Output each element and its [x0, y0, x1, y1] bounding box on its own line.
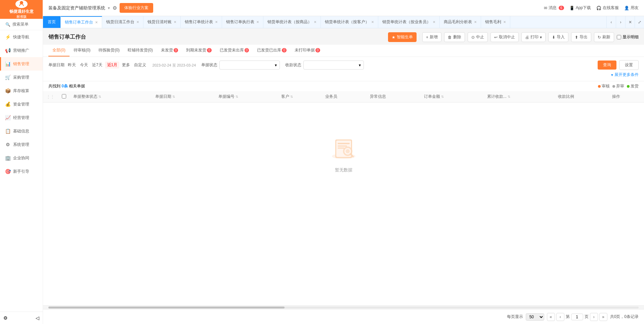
- sort-date[interactable]: 单据日期 ⇅: [155, 94, 212, 99]
- tab-sales-stats-staff[interactable]: 销货单统计表（按业务员） ✕: [378, 16, 440, 28]
- sort-collected[interactable]: 累计收款... ⇅: [487, 94, 551, 99]
- page-last-button[interactable]: »: [599, 313, 607, 321]
- ship-action-button[interactable]: 发货: [627, 83, 639, 89]
- tab-close-cash-reconcile[interactable]: ✕: [174, 20, 176, 24]
- sidebar-item-inventory[interactable]: 📦 库存核算: [0, 84, 43, 97]
- tab-close-sales-workbench[interactable]: ✕: [95, 21, 98, 24]
- th-number: 单据编号 ⇅: [215, 91, 278, 103]
- tab-profit-analysis[interactable]: 商品毛利分析表 ✕: [440, 16, 481, 28]
- new-button[interactable]: + 新增: [422, 32, 441, 42]
- unaudit-action-button[interactable]: 弃审: [612, 83, 624, 89]
- date-option-custom[interactable]: 自定义: [133, 62, 147, 69]
- smart-create-button[interactable]: ★ 智能生单: [388, 32, 417, 42]
- page-first-button[interactable]: «: [547, 313, 555, 321]
- search-button[interactable]: 查询: [598, 60, 616, 70]
- sidebar-item-basic-info[interactable]: 📋 基础信息: [0, 124, 43, 138]
- select-all-checkbox[interactable]: [62, 94, 66, 98]
- settings-button[interactable]: 设置: [619, 60, 639, 70]
- tab-home[interactable]: 首页: [43, 16, 61, 28]
- sidebar-item-sales[interactable]: 📊 销售管理: [0, 57, 43, 71]
- filter-tab-shipped-not-out[interactable]: 已发货未出库0: [216, 45, 253, 56]
- print-button[interactable]: 🖨 打印 ▾: [521, 32, 546, 42]
- filter-tab-pending-review[interactable]: 待审核(0): [70, 45, 95, 56]
- sidebar-item-newbie[interactable]: 🎯 新手引导: [0, 165, 43, 178]
- filter-tab-not-printed[interactable]: 未打印单据0: [291, 45, 324, 56]
- sidebar-item-quick-nav[interactable]: ⚡ 快捷导航: [0, 30, 43, 44]
- audit-action-button[interactable]: 审核: [598, 83, 610, 89]
- tab-sales-workbench[interactable]: 销售订单工作台 ✕: [61, 16, 102, 28]
- filter-tab-shipped-out[interactable]: 已发货已出库0: [253, 45, 291, 56]
- sort-customer[interactable]: 客户 ⇅: [281, 94, 318, 99]
- sidebar-item-marketing[interactable]: 📢 营销推广: [0, 44, 43, 57]
- tab-scroll-left[interactable]: ‹: [606, 16, 616, 28]
- expand-conditions-button[interactable]: ▾ 展开更多条件: [611, 72, 639, 78]
- date-option-yesterday[interactable]: 昨天: [67, 62, 77, 69]
- page-size-select[interactable]: 50 20 100: [526, 313, 544, 321]
- tab-close-profit-analysis[interactable]: ✕: [474, 20, 477, 24]
- status-select[interactable]: ▾: [219, 60, 280, 70]
- refresh-button[interactable]: ↻ 刷新: [594, 32, 614, 42]
- messages-button[interactable]: ✉ 消息 6: [544, 5, 564, 11]
- import-button[interactable]: ⬇ 导入: [548, 32, 568, 42]
- stop-button[interactable]: ⊙ 中止: [468, 32, 488, 42]
- scroll-thumb[interactable]: [48, 307, 285, 309]
- app-download-button[interactable]: 📱 App下载: [569, 5, 591, 11]
- sort-amount[interactable]: 订单金额 ⇅: [424, 94, 480, 99]
- tab-close-sales-stats-staff[interactable]: ✕: [433, 20, 435, 24]
- cancel-stop-button[interactable]: ↩ 取消中止: [490, 32, 519, 42]
- show-detail-toggle[interactable]: 显示明细: [617, 34, 639, 40]
- export-button[interactable]: ⬆ 导出: [571, 32, 591, 42]
- tab-maximize[interactable]: ⤢: [635, 16, 644, 28]
- sidebar-item-search[interactable]: 🔍 搜索菜单: [0, 19, 43, 30]
- page-number-input[interactable]: [571, 314, 583, 320]
- sidebar-item-enterprise[interactable]: 🏢 企业协同: [0, 151, 43, 165]
- sidebar-item-finance[interactable]: 💰 资金管理: [0, 97, 43, 111]
- page-prev-button[interactable]: ‹: [556, 313, 564, 321]
- sidebar-collapse-icon[interactable]: ◁: [36, 315, 39, 321]
- user-menu[interactable]: 👤 用友: [624, 5, 639, 11]
- date-option-1month[interactable]: 近1月: [105, 62, 120, 69]
- date-option-7days[interactable]: 近7天: [91, 62, 104, 69]
- tab-close-sales-stats-product[interactable]: ✕: [314, 20, 316, 24]
- tab-close-sales-execute[interactable]: ✕: [256, 20, 259, 24]
- tab-cash-daily[interactable]: 钱货日清工作台 ✕: [102, 16, 143, 28]
- tab-close-cash-daily[interactable]: ✕: [136, 20, 139, 24]
- tab-cash-reconcile[interactable]: 钱货日清对账 ✕: [143, 16, 181, 28]
- sort-status[interactable]: 单据整体状态 ⇅: [73, 94, 148, 99]
- payment-select[interactable]: ▾: [303, 60, 364, 70]
- topbar-settings-icon[interactable]: ⚙: [113, 5, 117, 11]
- solution-button[interactable]: 体验行业方案: [120, 3, 153, 13]
- tab-scroll-right[interactable]: ›: [616, 16, 625, 28]
- show-detail-checkbox[interactable]: [617, 35, 621, 39]
- filter-tab-not-shipped[interactable]: 未发货0: [157, 45, 182, 56]
- online-service-button[interactable]: 🎧 在线客服: [596, 5, 619, 11]
- filter-tab-pending-inspect[interactable]: 待拣验货(0): [94, 45, 124, 56]
- date-option-today[interactable]: 今天: [79, 62, 89, 69]
- tab-close-sales-stats[interactable]: ✕: [215, 20, 218, 24]
- tab-sales-execute[interactable]: 销售订单执行表 ✕: [222, 16, 263, 28]
- delete-button[interactable]: 🗑 删除: [444, 32, 465, 42]
- tab-sales-stats[interactable]: 销售订单统计表 ✕: [181, 16, 222, 28]
- sidebar-settings-icon[interactable]: ⚙: [3, 315, 8, 321]
- filter-tab-all[interactable]: 全部(0): [48, 45, 70, 56]
- date-option-more[interactable]: 更多: [121, 62, 131, 69]
- sidebar-item-system[interactable]: ⚙ 系统管理: [0, 138, 43, 151]
- sort-number[interactable]: 单据编号 ⇅: [218, 94, 275, 99]
- result-bar: 共找到 0条 相关单据 审核 弃审 发货: [43, 81, 644, 91]
- filter-tab-wangpu[interactable]: 旺铺待发货(0): [124, 45, 157, 56]
- cancel-stop-icon: ↩: [494, 35, 498, 40]
- svg-rect-4: [338, 143, 350, 144]
- page-nav: « ‹ 第 页 › »: [547, 313, 607, 321]
- tab-close-sales-profit[interactable]: ✕: [503, 20, 506, 24]
- tab-sales-stats-product[interactable]: 销货单统计表（按商品） ✕: [263, 16, 321, 28]
- page-next-button[interactable]: ›: [590, 313, 598, 321]
- sidebar-item-purchase[interactable]: 🛒 采购管理: [0, 71, 43, 84]
- page-header: 销售订单工作台 ★ 智能生单 + 新增 🗑 删除 ⊙ 中止: [43, 28, 644, 45]
- sidebar-item-operations[interactable]: 📈 经营管理: [0, 111, 43, 124]
- tab-sales-stats-customer[interactable]: 销货单统计表（按客户） ✕: [321, 16, 378, 28]
- filter-tab-expired-not-shipped[interactable]: 到期未发货0: [182, 45, 216, 56]
- tab-close-sales-stats-customer[interactable]: ✕: [371, 20, 374, 24]
- tab-sales-profit[interactable]: 销售毛利 ✕: [481, 16, 510, 28]
- tab-close-all[interactable]: ✕: [625, 16, 635, 28]
- horizontal-scrollbar[interactable]: [43, 305, 644, 309]
